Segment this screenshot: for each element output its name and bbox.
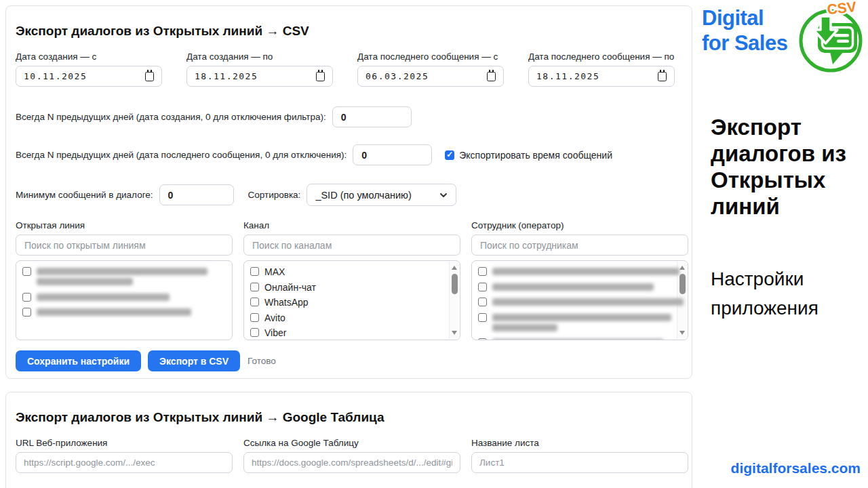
- channel-search-input[interactable]: [243, 235, 460, 256]
- list-item[interactable]: [22, 306, 226, 319]
- calendar-icon[interactable]: [316, 72, 325, 81]
- item-checkbox[interactable]: [22, 293, 31, 302]
- list-item[interactable]: [478, 337, 673, 340]
- list-item[interactable]: [478, 312, 673, 334]
- item-checkbox[interactable]: [250, 313, 259, 322]
- channel-listbox[interactable]: MAXОнлайн-чатWhatsAppAvitoViberTelegram: [243, 260, 460, 340]
- list-item[interactable]: Онлайн-чат: [250, 281, 445, 293]
- list-item-label: Avito: [264, 312, 285, 324]
- list-item-label: Viber: [264, 327, 286, 339]
- scrollbar-thumb[interactable]: [452, 274, 458, 294]
- ndays-created-input[interactable]: [332, 106, 412, 127]
- item-checkbox[interactable]: [478, 267, 487, 276]
- date-created-to-field: Дата создания — по 18.11.2025: [186, 52, 333, 87]
- list-item[interactable]: WhatsApp: [250, 296, 445, 308]
- redacted-text: [492, 312, 671, 334]
- webapp-url-field: URL Веб-приложения: [16, 438, 233, 473]
- channel-column: Канал MAXОнлайн-чатWhatsAppAvitoViberTel…: [243, 220, 460, 340]
- google-sheet-panel: Экспорт диалогов из Открытых линий → Goo…: [5, 392, 692, 488]
- website-link[interactable]: digitalforsales.com: [731, 460, 861, 476]
- sidebar-subheading: Настройки приложения: [711, 264, 853, 323]
- date-created-to-input[interactable]: 18.11.2025: [186, 66, 333, 87]
- item-checkbox[interactable]: [478, 298, 487, 306]
- export-time-checkbox[interactable]: [445, 150, 454, 160]
- date-created-from-input[interactable]: 10.11.2025: [16, 66, 162, 87]
- item-checkbox[interactable]: [250, 283, 259, 291]
- employee-listbox[interactable]: [471, 260, 688, 340]
- employee-search-input[interactable]: [471, 235, 688, 256]
- open-line-search-input[interactable]: [16, 235, 233, 256]
- scrollbar[interactable]: [449, 262, 459, 339]
- item-checkbox[interactable]: [478, 283, 487, 291]
- employee-column: Сотрудник (оператор): [471, 220, 688, 340]
- scrollbar-thumb[interactable]: [679, 274, 686, 294]
- ndays-last-label: Всегда N предыдущих дней (дата последнег…: [16, 150, 347, 160]
- redacted-text: [492, 281, 654, 293]
- ndays-created-label: Всегда N предыдущих дней (дата создания,…: [16, 112, 326, 122]
- open-line-column: Открытая линия: [16, 220, 233, 340]
- list-item-label: WhatsApp: [264, 296, 309, 308]
- date-lastmsg-to-field: Дата последнего сообщения — по 18.11.202…: [528, 52, 675, 87]
- list-item[interactable]: Avito: [250, 312, 445, 324]
- list-item[interactable]: [478, 296, 673, 308]
- actions-row: Сохранить настройки Экспорт в CSV Готово: [16, 350, 682, 371]
- list-item-label: Онлайн-чат: [264, 281, 316, 293]
- calendar-icon[interactable]: [145, 72, 154, 81]
- item-checkbox[interactable]: [250, 328, 259, 337]
- open-line-listbox[interactable]: [16, 260, 233, 340]
- sheet-name-input[interactable]: [471, 452, 688, 473]
- branding-sidebar: Digital for Sales CSV Экспорт диалогов и…: [693, 0, 868, 488]
- item-checkbox[interactable]: [22, 267, 31, 276]
- save-settings-button[interactable]: Сохранить настройки: [16, 350, 141, 371]
- redacted-text: [492, 266, 679, 278]
- csv-badge-label: CSV: [827, 1, 857, 17]
- export-time-checkbox-group[interactable]: Экспортировать время сообщений: [445, 150, 612, 161]
- csv-export-panel: Экспорт диалогов из Открытых линий → CSV…: [5, 5, 692, 379]
- calendar-icon[interactable]: [487, 72, 496, 81]
- scroll-down-arrow-icon[interactable]: [677, 328, 687, 338]
- item-checkbox[interactable]: [478, 313, 487, 322]
- logo-text: Digital for Sales: [702, 5, 787, 56]
- calendar-icon[interactable]: [658, 72, 667, 81]
- redacted-text: [492, 337, 663, 340]
- list-item[interactable]: MAX: [250, 266, 445, 278]
- date-lastmsg-from-label: Дата последнего сообщения — с: [357, 52, 504, 62]
- scroll-up-arrow-icon[interactable]: [450, 263, 459, 272]
- list-item[interactable]: [22, 291, 226, 304]
- date-value: 18.11.2025: [195, 71, 316, 81]
- filter-lists-row: Открытая линия Канал MAXОнлайн-чатWhatsA…: [16, 220, 682, 340]
- list-item[interactable]: [22, 266, 226, 288]
- list-item[interactable]: [478, 281, 673, 293]
- date-created-to-label: Дата создания — по: [186, 52, 333, 62]
- list-item-label: MAX: [264, 266, 285, 278]
- ndays-last-input[interactable]: [353, 144, 432, 165]
- sheet-link-field: Ссылка на Google Таблицу: [243, 438, 460, 473]
- min-messages-row: Минимум сообщений в диалоге: Сортировка:…: [16, 184, 682, 206]
- channel-label: Канал: [243, 220, 460, 230]
- date-lastmsg-from-input[interactable]: 06.03.2025: [357, 66, 504, 87]
- webapp-url-label: URL Веб-приложения: [16, 438, 233, 448]
- item-checkbox[interactable]: [250, 298, 259, 306]
- gs-section-title: Экспорт диалогов из Открытых линий → Goo…: [16, 410, 682, 425]
- item-checkbox[interactable]: [22, 308, 31, 317]
- sidebar-heading: Экспорт диалогов из Открытых линий: [711, 114, 851, 220]
- sort-select[interactable]: _SID (по умолчанию): [307, 184, 456, 206]
- webapp-url-input[interactable]: [16, 452, 233, 473]
- scroll-down-arrow-icon[interactable]: [450, 328, 459, 338]
- export-csv-button[interactable]: Экспорт в CSV: [148, 350, 240, 371]
- sheet-link-input[interactable]: [243, 452, 460, 473]
- date-filters-row: Дата создания — с 10.11.2025 Дата создан…: [16, 52, 682, 87]
- status-text: Готово: [248, 356, 276, 366]
- employee-label: Сотрудник (оператор): [471, 220, 688, 230]
- item-checkbox[interactable]: [250, 267, 259, 276]
- item-checkbox[interactable]: [478, 338, 487, 340]
- list-item[interactable]: Viber: [250, 327, 445, 339]
- csv-section-title: Экспорт диалогов из Открытых линий → CSV: [16, 24, 682, 39]
- gs-fields-row: URL Веб-приложения Ссылка на Google Табл…: [16, 438, 682, 473]
- date-lastmsg-to-label: Дата последнего сообщения — по: [528, 52, 675, 62]
- list-item[interactable]: [478, 266, 673, 278]
- sheet-link-label: Ссылка на Google Таблицу: [243, 438, 460, 448]
- date-lastmsg-to-input[interactable]: 18.11.2025: [528, 66, 675, 87]
- min-messages-input[interactable]: [159, 184, 234, 205]
- sheet-name-label: Название листа: [471, 438, 688, 448]
